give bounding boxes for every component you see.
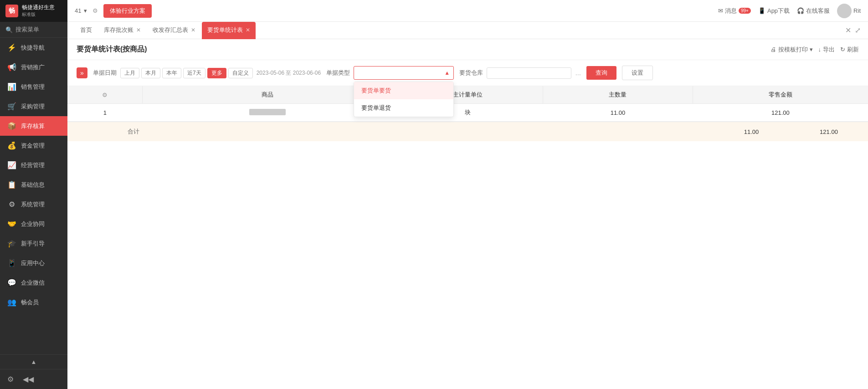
phone-icon: 📱 bbox=[758, 7, 765, 14]
tab-home[interactable]: 首页 bbox=[75, 22, 98, 39]
type-dropdown: 要货单要货 要货单退货 bbox=[354, 82, 454, 117]
refresh-icon: ↻ bbox=[840, 46, 845, 53]
row-qty: 11.00 bbox=[543, 104, 693, 122]
dropdown-item-return-goods[interactable]: 要货单退货 bbox=[354, 99, 453, 117]
online-service-item[interactable]: 🎧 在线客服 bbox=[797, 7, 830, 15]
sidebar-item-app-center[interactable]: 📱 应用中心 bbox=[0, 253, 67, 273]
table-row: 1 块 11.00 121.00 bbox=[67, 104, 868, 122]
tab-order-stats[interactable]: 要货单统计表 ✕ bbox=[202, 22, 256, 39]
refresh-label: 刷新 bbox=[847, 46, 859, 54]
headphone-icon: 🎧 bbox=[797, 7, 804, 14]
logo-icon: 畅 bbox=[5, 5, 18, 17]
warehouse-more-icon[interactable]: … bbox=[575, 70, 581, 77]
store-id: 41 bbox=[75, 7, 81, 14]
nav-label-quick: 快捷导航 bbox=[21, 44, 45, 52]
expand-icon[interactable]: ⤢ bbox=[855, 26, 861, 35]
sidebar-item-system[interactable]: ⚙ 系统管理 bbox=[0, 194, 67, 214]
sidebar-item-basic-info[interactable]: 📋 基础信息 bbox=[0, 175, 67, 194]
date-btn-more[interactable]: 更多 bbox=[207, 68, 226, 78]
nav-icon-quick: ⚡ bbox=[7, 43, 16, 52]
dropdown-arrow-icon: ▾ bbox=[84, 7, 87, 14]
page-header: 要货单统计表(按商品) 🖨 按模板打印 ▾ ↓ 导出 ↻ 刷新 bbox=[67, 39, 868, 60]
topbar-store[interactable]: 41 ▾ bbox=[75, 7, 87, 14]
collapse-icon[interactable]: ◀◀ bbox=[23, 375, 34, 384]
sidebar-item-member[interactable]: 👥 畅会员 bbox=[0, 292, 67, 312]
gear-icon[interactable]: ⚙ bbox=[92, 7, 98, 14]
sidebar-item-operations[interactable]: 📈 经营管理 bbox=[0, 155, 67, 175]
date-label: 单据日期 bbox=[93, 69, 117, 77]
sidebar-item-enterprise[interactable]: 🤝 企业协同 bbox=[0, 214, 67, 234]
nav-label-app: 应用中心 bbox=[21, 259, 45, 267]
tab-collect-dispatch[interactable]: 收发存汇总表 ✕ bbox=[147, 22, 201, 39]
date-btn-last-month[interactable]: 上月 bbox=[120, 68, 139, 78]
filter-bar: » 单据日期 上月 本月 本年 近7天 更多 自定义 2023-05-06 至 … bbox=[67, 60, 868, 86]
online-service-label: 在线客服 bbox=[806, 7, 830, 15]
logo-sub: 标准版 bbox=[22, 11, 55, 18]
sidebar: 畅 畅捷通好生意 标准版 🔍 搜索菜单 ⚡ 快捷导航 📢 营销推广 📊 销售管理… bbox=[0, 0, 67, 389]
date-range: 2023-05-06 至 2023-06-06 bbox=[257, 69, 321, 77]
logo-name: 畅捷通好生意 bbox=[22, 4, 55, 11]
user-item[interactable]: Rit bbox=[837, 4, 861, 18]
messages-badge: 99+ bbox=[739, 8, 751, 14]
print-btn[interactable]: 🖨 按模板打印 ▾ bbox=[770, 46, 813, 54]
trial-btn[interactable]: 体验行业方案 bbox=[103, 4, 152, 18]
tab-order-stats-close[interactable]: ✕ bbox=[246, 27, 250, 33]
nav-label-basic: 基础信息 bbox=[21, 181, 45, 189]
date-btn-custom[interactable]: 自定义 bbox=[228, 68, 253, 78]
date-btn-this-month[interactable]: 本月 bbox=[141, 68, 160, 78]
warehouse-input[interactable] bbox=[487, 67, 571, 79]
sidebar-logo: 畅 畅捷通好生意 标准版 bbox=[0, 0, 67, 22]
sidebar-item-marketing[interactable]: 📢 营销推广 bbox=[0, 57, 67, 77]
settings-icon[interactable]: ⚙ bbox=[7, 375, 14, 384]
nav-icon-finance: 💰 bbox=[7, 141, 16, 150]
export-label: 导出 bbox=[823, 46, 835, 54]
topbar: 41 ▾ ⚙ 体验行业方案 ✉ 消息 99+ 📱 App下载 🎧 在线客服 Ri… bbox=[67, 0, 868, 22]
dropdown-item-order-goods[interactable]: 要货单要货 bbox=[354, 82, 453, 99]
table-col-qty: 主数量 bbox=[543, 86, 693, 104]
date-btn-this-year[interactable]: 本年 bbox=[162, 68, 181, 78]
nav-icon-member: 👥 bbox=[7, 298, 16, 307]
tab-home-label: 首页 bbox=[80, 26, 92, 34]
table-wrapper: ⚙ 商品 主计量单位 主数量 零售金额 1 块 11.00 bbox=[67, 86, 868, 122]
sidebar-scroll-up[interactable]: ▲ bbox=[29, 357, 39, 367]
tab-inventory-batch-label: 库存批次账 bbox=[104, 26, 134, 34]
nav-icon-app: 📱 bbox=[7, 259, 16, 267]
table-footer: 合计 11.00 121.00 bbox=[67, 122, 868, 141]
tab-collect-dispatch-label: 收发存汇总表 bbox=[153, 26, 188, 34]
tab-inventory-batch[interactable]: 库存批次账 ✕ bbox=[98, 22, 146, 39]
date-btn-7days[interactable]: 近7天 bbox=[183, 68, 205, 78]
nav-icon-operations: 📈 bbox=[7, 161, 16, 169]
export-btn[interactable]: ↓ 导出 bbox=[818, 46, 835, 54]
nav-label-system: 系统管理 bbox=[21, 200, 45, 209]
type-select[interactable]: ▲ bbox=[354, 66, 454, 80]
table-col-amount: 零售金额 bbox=[693, 86, 868, 104]
sidebar-item-sales[interactable]: 📊 销售管理 bbox=[0, 77, 67, 97]
table-col-settings[interactable]: ⚙ bbox=[67, 86, 143, 104]
search-label: 搜索菜单 bbox=[15, 26, 39, 34]
sidebar-item-quick-nav[interactable]: ⚡ 快捷导航 bbox=[0, 38, 67, 57]
warehouse-label: 要货仓库 bbox=[459, 69, 483, 77]
table-body: 1 块 11.00 121.00 bbox=[67, 104, 868, 122]
table-header-row: ⚙ 商品 主计量单位 主数量 零售金额 bbox=[67, 86, 868, 104]
tab-inventory-batch-close[interactable]: ✕ bbox=[136, 27, 141, 33]
app-download-item[interactable]: 📱 App下载 bbox=[758, 7, 790, 15]
print-label: 按模板打印 bbox=[778, 46, 808, 54]
close-all-icon[interactable]: ✕ bbox=[845, 26, 851, 35]
messages-item[interactable]: ✉ 消息 99+ bbox=[718, 7, 751, 15]
sidebar-search[interactable]: 🔍 搜索菜单 bbox=[0, 22, 67, 38]
sidebar-item-purchase[interactable]: 🛒 采购管理 bbox=[0, 97, 67, 116]
query-btn[interactable]: 查询 bbox=[586, 66, 616, 80]
tab-collect-dispatch-close[interactable]: ✕ bbox=[191, 27, 195, 33]
refresh-btn[interactable]: ↻ 刷新 bbox=[840, 46, 859, 54]
messages-label: 消息 bbox=[725, 7, 737, 15]
filter-expand-btn[interactable]: » bbox=[77, 67, 87, 78]
settings-filter-btn[interactable]: 设置 bbox=[622, 66, 653, 80]
nav-icon-system: ⚙ bbox=[7, 200, 16, 209]
row-num: 1 bbox=[67, 104, 143, 122]
sidebar-item-finance[interactable]: 💰 资金管理 bbox=[0, 136, 67, 155]
page-content: 要货单统计表(按商品) 🖨 按模板打印 ▾ ↓ 导出 ↻ 刷新 » bbox=[67, 39, 868, 389]
sidebar-item-wechat[interactable]: 💬 企业微信 bbox=[0, 273, 67, 292]
row-amount: 121.00 bbox=[693, 104, 868, 122]
sidebar-item-beginner[interactable]: 🎓 新手引导 bbox=[0, 234, 67, 253]
sidebar-item-inventory[interactable]: 📦 库存核算 bbox=[0, 116, 67, 136]
